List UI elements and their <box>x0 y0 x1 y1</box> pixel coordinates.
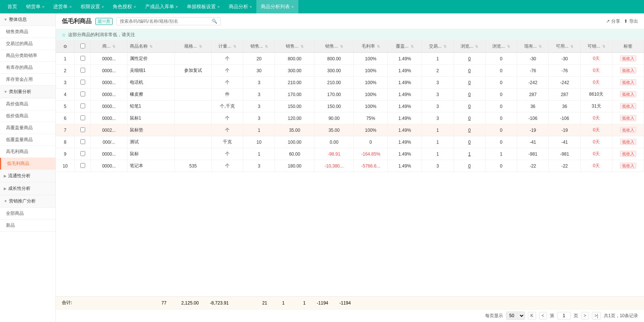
th-setting[interactable]: ⚙ <box>56 40 75 53</box>
browse1-link[interactable]: 0 <box>468 140 471 145</box>
sidebar-item-stock-fund[interactable]: 库存资金占用 <box>0 74 55 86</box>
browse1-link[interactable]: 1 <box>468 152 471 157</box>
th-sale-days[interactable]: 可销... ⇅ <box>580 40 612 53</box>
th-sale-price[interactable]: 销售... ⇅ <box>275 40 314 53</box>
sidebar-item-low-profit[interactable]: 低毛利商品 <box>0 158 55 170</box>
cell-browse1[interactable]: 0 <box>454 112 485 124</box>
row-checkbox-1[interactable] <box>80 68 85 73</box>
th-browse1[interactable]: 浏览... ⇅ <box>454 40 485 53</box>
nav-home[interactable]: 首页 <box>3 0 22 13</box>
sidebar-group-overview[interactable]: ▼ 整体信息 <box>0 13 55 26</box>
sidebar-group-growth[interactable]: ▶ 成长性分析 <box>0 182 55 195</box>
th-sale-qty[interactable]: 销售... ⇅ <box>243 40 275 53</box>
sidebar-item-all-goods[interactable]: 全部商品 <box>0 208 55 220</box>
cell-checkbox[interactable] <box>75 160 90 172</box>
cell-browse1[interactable]: 0 <box>454 89 485 101</box>
cell-browse1[interactable]: 0 <box>454 65 485 77</box>
cell-browse1[interactable]: 0 <box>454 53 485 65</box>
nav-sales[interactable]: 销货单 × <box>22 0 49 13</box>
nav-product-close[interactable]: × <box>176 4 178 9</box>
th-profit-rate[interactable]: 毛利率 ⇅ <box>354 40 388 53</box>
sidebar-item-high-coverage[interactable]: 高覆盖量商品 <box>0 122 55 134</box>
cell-checkbox[interactable] <box>75 124 90 136</box>
browse1-link[interactable]: 0 <box>468 80 471 85</box>
th-code[interactable]: 商... ⇅ <box>90 40 127 53</box>
browse1-link[interactable]: 0 <box>468 163 471 169</box>
cell-checkbox[interactable] <box>75 112 90 124</box>
browse1-link[interactable]: 0 <box>468 56 471 61</box>
nav-product-entry[interactable]: 产成品入库单 × <box>141 0 182 13</box>
cell-browse1[interactable]: 0 <box>454 124 485 136</box>
page-last-button[interactable]: >| <box>592 312 601 319</box>
nav-template-close[interactable]: × <box>217 4 220 9</box>
tag-recent[interactable]: 近一月 <box>95 18 113 25</box>
th-sale-profit[interactable]: 销售... ⇅ <box>314 40 354 53</box>
search-box[interactable]: 🔍 <box>116 17 221 25</box>
table-wrapper[interactable]: ⚙ 商... ⇅ 商品名称 ⇅ 规格... ⇅ 计量... ⇅ 销售... ⇅ … <box>56 40 644 296</box>
nav-purchase[interactable]: 进货单 × <box>49 0 76 13</box>
th-coverage[interactable]: 覆盖... ⇅ <box>388 40 422 53</box>
row-checkbox-6[interactable] <box>80 127 85 132</box>
sidebar-item-high-value[interactable]: 高价值商品 <box>0 98 55 110</box>
browse1-link[interactable]: 0 <box>468 92 471 97</box>
th-name[interactable]: 商品名称 ⇅ <box>127 40 174 53</box>
sidebar-group-marketing[interactable]: ▼ 营销推广分析 <box>0 195 55 208</box>
cell-checkbox[interactable] <box>75 148 90 160</box>
search-input[interactable] <box>120 19 210 24</box>
cell-browse1[interactable]: 0 <box>454 160 485 172</box>
browse1-link[interactable]: 0 <box>468 104 471 109</box>
sidebar-item-sales-goods[interactable]: 销售类商品 <box>0 26 55 38</box>
nav-goods-analysis-list[interactable]: 商品分析列表 × <box>256 0 298 13</box>
cell-browse1[interactable]: 0 <box>454 101 485 112</box>
sidebar-item-new-goods[interactable]: 新品 <box>0 220 55 232</box>
sidebar-item-low-value[interactable]: 低价值商品 <box>0 110 55 122</box>
nav-permission-close[interactable]: × <box>102 4 104 9</box>
nav-role-close[interactable]: × <box>134 4 136 9</box>
browse1-link[interactable]: 0 <box>468 116 471 121</box>
row-checkbox-3[interactable] <box>80 92 85 96</box>
sidebar-item-high-profit[interactable]: 高毛利商品 <box>0 146 55 158</box>
th-trade[interactable]: 交易... ⇅ <box>422 40 454 53</box>
row-checkbox-5[interactable] <box>80 115 85 120</box>
export-button[interactable]: ⬆ 导出 <box>624 18 638 25</box>
cell-browse1[interactable]: 0 <box>454 136 485 148</box>
cell-checkbox[interactable] <box>75 53 90 65</box>
th-avail[interactable]: 可用... ⇅ <box>549 40 580 53</box>
th-spec[interactable]: 规格... ⇅ <box>174 40 211 53</box>
page-next-button[interactable]: > <box>581 312 589 319</box>
search-icon[interactable]: 🔍 <box>212 19 217 24</box>
cell-browse1[interactable]: 0 <box>454 77 485 89</box>
th-browse2[interactable]: 浏览... ⇅ <box>485 40 517 53</box>
sidebar-item-low-coverage[interactable]: 低覆盖量商品 <box>0 134 55 146</box>
row-checkbox-8[interactable] <box>80 151 85 156</box>
nav-role[interactable]: 角色授权 × <box>108 0 140 13</box>
per-page-select[interactable]: 50 100 200 <box>506 312 525 320</box>
sidebar-item-traded-goods[interactable]: 交易过的商品 <box>0 38 55 50</box>
th-unit[interactable]: 计量... ⇅ <box>211 40 243 53</box>
nav-goods-analysis-close[interactable]: × <box>250 4 252 9</box>
row-checkbox-4[interactable] <box>80 103 85 108</box>
nav-goods-list-close[interactable]: × <box>291 4 294 9</box>
row-checkbox-7[interactable] <box>80 139 85 144</box>
page-prev-button[interactable]: < <box>539 312 547 319</box>
nav-permission[interactable]: 权限设置 × <box>76 0 108 13</box>
row-checkbox-0[interactable] <box>80 56 85 61</box>
row-checkbox-9[interactable] <box>80 163 85 168</box>
row-checkbox-2[interactable] <box>80 80 85 85</box>
nav-template[interactable]: 单据模板设置 × <box>182 0 224 13</box>
settings-icon[interactable]: ⚙ <box>63 44 67 49</box>
nav-goods-analysis[interactable]: 商品分析 × <box>224 0 256 13</box>
th-stock[interactable]: 现有... ⇅ <box>517 40 549 53</box>
page-first-button[interactable]: K <box>528 312 536 319</box>
page-number-input[interactable] <box>557 312 571 319</box>
cell-browse1[interactable]: 1 <box>454 148 485 160</box>
cell-checkbox[interactable] <box>75 65 90 77</box>
nav-sales-close[interactable]: × <box>42 4 44 9</box>
sidebar-item-category-rate[interactable]: 商品分类助销率 <box>0 50 55 62</box>
share-button[interactable]: ↗ 分享 <box>606 18 620 25</box>
cell-checkbox[interactable] <box>75 77 90 89</box>
cell-checkbox[interactable] <box>75 136 90 148</box>
select-all-checkbox[interactable] <box>80 44 85 48</box>
cell-checkbox[interactable] <box>75 89 90 101</box>
cell-checkbox[interactable] <box>75 101 90 112</box>
